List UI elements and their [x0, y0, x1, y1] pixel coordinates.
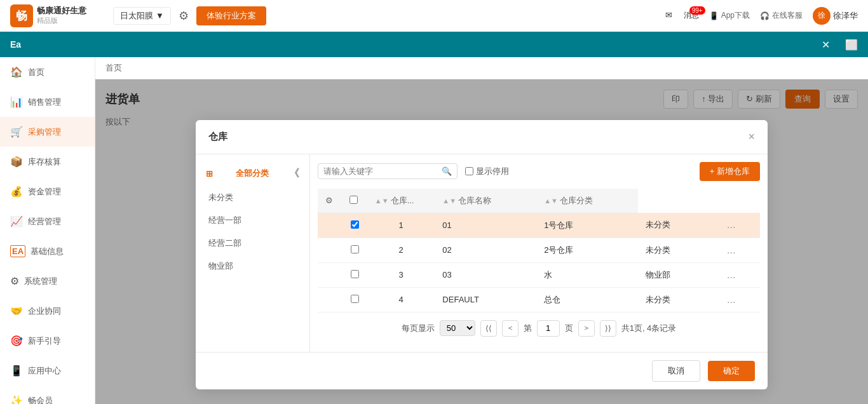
finance-icon: 💰 — [10, 185, 23, 198]
show-disabled-text: 显示停用 — [476, 166, 509, 177]
modal-title: 仓库 — [208, 131, 227, 143]
row-code: DEFAULT — [435, 287, 536, 312]
logo-area: 畅 畅康通好生意 精品版 — [10, 4, 105, 27]
row-actions[interactable]: ... — [719, 262, 760, 287]
sidebar-item-basic-info[interactable]: EA 基础信息 — [0, 236, 95, 266]
expand-button[interactable]: ⬜ — [845, 39, 858, 51]
cat-item-3[interactable]: 物业部 — [196, 255, 309, 277]
breadcrumb: 首页 — [95, 57, 868, 79]
show-disabled-label[interactable]: 显示停用 — [465, 166, 509, 177]
row-name: 总仓 — [536, 287, 638, 312]
breadcrumb-home[interactable]: 首页 — [105, 62, 122, 74]
service-label: 在线客服 — [772, 10, 803, 21]
experience-button[interactable]: 体验行业方案 — [196, 6, 266, 25]
messages-button[interactable]: ✉ 99+ 消息 — [665, 10, 699, 21]
cat-item-2[interactable]: 经营二部 — [196, 232, 309, 254]
sidebar-item-appcenter[interactable]: 📱 应用中心 — [0, 356, 95, 386]
per-page-select[interactable]: 50 100 200 — [440, 320, 475, 336]
row-check[interactable] — [342, 287, 367, 312]
page-number-input[interactable] — [537, 320, 560, 337]
row-check[interactable] — [342, 238, 367, 262]
table-row[interactable]: 4 DEFAULT 总仓 未分类 ... — [318, 287, 760, 312]
sidebar-label-finance: 资金管理 — [28, 186, 61, 198]
row-actions[interactable]: ... — [719, 238, 760, 262]
operations-icon: 📈 — [10, 215, 23, 227]
messages-badge: 99+ — [689, 6, 705, 15]
cat-item-0[interactable]: 未分类 — [196, 187, 309, 208]
modal-close-button[interactable]: × — [748, 130, 755, 144]
all-categories-header[interactable]: ⊞ 全部分类 《 — [196, 162, 309, 185]
next-page-button[interactable]: ＞ — [578, 320, 595, 337]
search-input[interactable] — [323, 166, 442, 176]
table-row[interactable]: 1 01 1号仓库 未分类 ... — [318, 213, 760, 238]
show-disabled-checkbox[interactable] — [465, 167, 473, 175]
chevron-down-icon: ▼ — [156, 11, 164, 20]
row-name: 水 — [536, 262, 638, 287]
topbar: 畅 畅康通好生意 精品版 日太阳膜 ▼ ⚙ 体验行业方案 ✉ 99+ 消息 📱 … — [0, 0, 868, 32]
sidebar-item-operations[interactable]: 📈 经营管理 — [0, 206, 95, 236]
row-actions[interactable]: ... — [719, 213, 760, 238]
sidebar-label-inventory: 库存核算 — [28, 156, 61, 168]
table-row[interactable]: 2 02 2号仓库 未分类 ... — [318, 238, 760, 262]
table-row[interactable]: 3 03 水 物业部 ... — [318, 262, 760, 287]
row-category: 未分类 — [638, 287, 719, 312]
sidebar-item-enterprise[interactable]: 🤝 企业协同 — [0, 296, 95, 326]
sidebar-item-sales[interactable]: 📊 销售管理 — [0, 87, 95, 117]
sidebar-label-basic-info: 基础信息 — [31, 246, 64, 257]
appcenter-icon: 📱 — [10, 365, 23, 377]
row-actions[interactable]: ... — [719, 287, 760, 312]
pagination: 每页显示 50 100 200 ⟨⟨ ＜ 第 页 — [318, 313, 760, 344]
company-select[interactable]: 日太阳膜 ▼ — [113, 7, 171, 25]
sort-icon: ▲▼ — [375, 197, 391, 205]
select-all-checkbox[interactable] — [349, 196, 358, 204]
modal-header: 仓库 × — [196, 120, 768, 154]
main-layout: 🏠 首页 📊 销售管理 🛒 采购管理 📦 库存核算 💰 资金管理 📈 经营管理 … — [0, 57, 868, 404]
th-check — [342, 189, 367, 213]
system-icon: ⚙ — [10, 275, 19, 287]
row-check[interactable] — [342, 213, 367, 238]
grid-icon: ⊞ — [206, 169, 213, 178]
sidebar-label-guide: 新手引导 — [28, 335, 61, 347]
sidebar-item-system[interactable]: ⚙ 系统管理 — [0, 266, 95, 296]
th-gear: ⚙ — [318, 189, 342, 213]
sidebar-item-purchase[interactable]: 🛒 采购管理 — [0, 117, 95, 147]
row-check[interactable] — [342, 262, 367, 287]
sidebar-label-operations: 经营管理 — [28, 216, 61, 227]
modal-footer: 取消 确定 — [196, 352, 768, 389]
collapse-icon[interactable]: 《 — [289, 167, 299, 180]
sidebar-item-inventory[interactable]: 📦 库存核算 — [0, 147, 95, 177]
prev-page-button[interactable]: ＜ — [502, 320, 519, 337]
row-num: 3 — [367, 262, 435, 287]
row-category: 未分类 — [638, 213, 719, 238]
user-avatar-area[interactable]: 徐 徐泽华 — [813, 7, 858, 25]
customer-service-button[interactable]: 🎧 在线客服 — [760, 10, 803, 21]
modal-overlay: 仓库 × ⊞ 全部分类 《 未分类 经营一部 — [95, 79, 868, 404]
sidebar: 🏠 首页 📊 销售管理 🛒 采购管理 📦 库存核算 💰 资金管理 📈 经营管理 … — [0, 57, 95, 404]
app-download-button[interactable]: 📱 App下载 — [709, 10, 750, 21]
th-code: ▲▼ 仓库... — [367, 189, 435, 213]
sidebar-item-guide[interactable]: 🎯 新手引导 — [0, 326, 95, 356]
first-page-button[interactable]: ⟨⟨ — [480, 320, 497, 337]
gear-icon: ⚙ — [325, 196, 333, 205]
add-warehouse-button[interactable]: + 新增仓库 — [700, 162, 760, 181]
settings-icon[interactable]: ⚙ — [179, 9, 189, 23]
row-code: 03 — [435, 262, 536, 287]
confirm-button[interactable]: 确定 — [708, 361, 755, 381]
sidebar-item-home[interactable]: 🏠 首页 — [0, 57, 95, 87]
cat-item-1[interactable]: 经营一部 — [196, 210, 309, 231]
sidebar-item-finance[interactable]: 💰 资金管理 — [0, 177, 95, 206]
app-icon: 📱 — [709, 11, 719, 20]
row-num: 2 — [367, 238, 435, 262]
all-categories-label: 全部分类 — [236, 168, 269, 179]
sidebar-label-system: 系统管理 — [24, 276, 57, 287]
inventory-icon: 📦 — [10, 156, 23, 168]
last-page-button[interactable]: ⟩⟩ — [600, 320, 616, 337]
cancel-button[interactable]: 取消 — [652, 360, 700, 382]
sidebar-item-member[interactable]: ✨ 畅会员 — [0, 386, 95, 404]
th-category: ▲▼ 仓库分类 — [536, 189, 638, 213]
close-teal-button[interactable]: ✕ — [822, 39, 830, 51]
tab-ea[interactable]: Ea — [10, 39, 21, 50]
app-label: App下载 — [721, 10, 750, 21]
sales-icon: 📊 — [10, 96, 23, 108]
table-header-row: ⚙ ▲▼ 仓库... — [318, 189, 760, 213]
